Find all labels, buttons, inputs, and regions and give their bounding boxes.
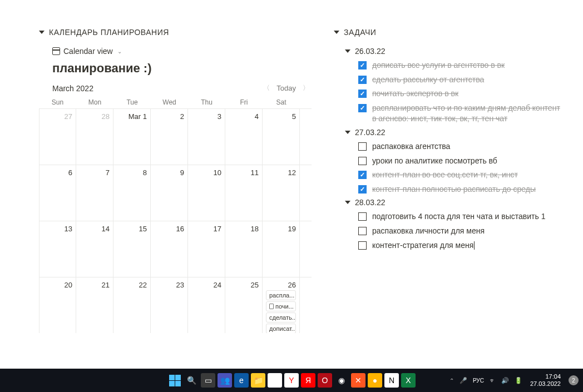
day-cell[interactable]: 22 [113, 277, 151, 333]
prev-month-button[interactable]: 〈 [263, 83, 270, 93]
taskbar-app-excel[interactable]: X [401, 373, 416, 388]
taskbar-app-edge[interactable]: e [234, 373, 249, 388]
task-checkbox[interactable] [358, 212, 367, 221]
event-chip[interactable]: дописат... [266, 324, 296, 333]
task-checkbox[interactable]: ✓ [358, 76, 367, 84]
day-cell[interactable]: 21 [76, 277, 113, 333]
calendar-section-toggle[interactable]: КАЛЕНДАРЬ ПЛАНИРОВАНИЯ [39, 28, 312, 37]
task-text[interactable]: распаковка личности для меня [372, 226, 485, 237]
day-cell[interactable]: 11 [225, 165, 263, 221]
date-toggle[interactable]: 27.03.22 [345, 128, 561, 137]
taskbar-app-app[interactable]: ● [368, 373, 382, 388]
day-cell[interactable]: 16 [151, 221, 188, 277]
taskbar-app-yandex[interactable]: Y [284, 373, 299, 388]
event-chip[interactable]: распла... [266, 290, 296, 300]
task-text[interactable]: почитать экспертов в вк [372, 88, 458, 100]
day-cell[interactable]: 18 [225, 221, 263, 277]
day-number: 12 [266, 168, 296, 177]
taskbar-app-chrome[interactable]: ◉ [334, 373, 349, 388]
day-cell[interactable]: 7 [76, 165, 113, 221]
taskbar-app-yandex2[interactable]: Я [301, 373, 315, 388]
task-text[interactable]: уроки по аналитике посмотреть вб [372, 156, 497, 167]
wifi-icon[interactable]: ᯤ [490, 377, 496, 384]
language-indicator[interactable]: РУС [473, 378, 484, 384]
day-cell[interactable]: 17 [188, 221, 225, 277]
day-cell[interactable]: Mar 1 [113, 109, 151, 165]
taskbar-app-teams[interactable]: 👥 [218, 373, 232, 388]
day-cell[interactable]: 26распла...почи...сделать...дописат... [263, 277, 300, 333]
day-cell[interactable]: 8 [113, 165, 151, 221]
task-checkbox[interactable]: ✓ [358, 90, 367, 98]
taskbar-app-store[interactable]: 🛍 [268, 373, 282, 388]
calendar-title: планирование :) [52, 61, 312, 76]
clock[interactable]: 17:04 27.03.2022 [530, 373, 561, 388]
mic-icon[interactable]: 🎤 [460, 377, 467, 384]
day-cell[interactable]: 5 [263, 109, 300, 165]
taskbar-app-x[interactable]: ✕ [351, 373, 365, 388]
day-cell[interactable]: 28 [76, 109, 113, 165]
task-text[interactable]: контент-стратегия для меня [372, 240, 475, 251]
task-text[interactable]: подготовить 4 поста для тен чата и выста… [372, 211, 545, 222]
day-cell[interactable]: 3 [188, 109, 225, 165]
day-cell[interactable]: 13 [39, 221, 76, 277]
day-cell[interactable]: 12 [263, 165, 300, 221]
today-button[interactable]: Today [276, 84, 296, 92]
task-item: контент-стратегия для меня [358, 240, 561, 251]
day-cell[interactable]: 9 [151, 165, 188, 221]
task-checkbox[interactable] [358, 157, 367, 165]
day-number: 11 [229, 168, 259, 177]
tasks-section-toggle[interactable]: ЗАДАЧИ [334, 28, 561, 37]
view-label: Calendar view [63, 47, 113, 56]
day-cell[interactable]: 25 [225, 277, 263, 333]
taskbar-app-search[interactable]: 🔍 [184, 373, 199, 388]
day-cell[interactable]: 4 [225, 109, 263, 165]
day-number: 4 [229, 112, 259, 121]
event-chip[interactable]: почи... [266, 301, 296, 311]
event-label: почи... [275, 303, 294, 310]
task-item: распаковка агентства [358, 141, 561, 152]
battery-icon[interactable]: 🔋 [515, 377, 522, 384]
day-cell[interactable]: 14 [76, 221, 113, 277]
taskbar-app-opera[interactable]: O [318, 373, 332, 388]
task-checkbox[interactable] [358, 142, 367, 151]
task-text[interactable]: распланировать что и по каким дням делаб… [372, 103, 561, 125]
date-toggle[interactable]: 28.03.22 [345, 198, 561, 207]
day-cell[interactable]: 2 [151, 109, 188, 165]
day-cell[interactable]: 15 [113, 221, 151, 277]
volume-icon[interactable]: 🔊 [501, 377, 509, 384]
task-text[interactable]: дописать все услуги в агентство в вк [372, 60, 505, 71]
task-checkbox[interactable]: ✓ [358, 171, 367, 179]
taskbar-app-taskview[interactable]: ▭ [201, 373, 215, 388]
task-checkbox[interactable] [358, 227, 367, 235]
day-cell[interactable]: 24 [188, 277, 225, 333]
day-number: 17 [191, 225, 221, 233]
event-chip[interactable]: сделать... [266, 312, 296, 322]
day-cell[interactable]: 23 [151, 277, 188, 333]
taskbar-app-explorer[interactable]: 📁 [251, 373, 265, 388]
day-cell[interactable]: 10 [188, 165, 225, 221]
task-text[interactable]: сделать рассылку от агентства [372, 75, 484, 86]
day-cell[interactable]: 6 [39, 165, 76, 221]
day-cell[interactable]: 27 [39, 109, 76, 165]
taskbar-app-notion[interactable]: N [384, 373, 399, 388]
calendar-icon [52, 47, 60, 55]
next-month-button[interactable]: 〉 [303, 83, 309, 93]
task-checkbox[interactable]: ✓ [358, 104, 367, 112]
task-checkbox[interactable]: ✓ [358, 185, 367, 193]
day-cell[interactable]: 19 [263, 221, 300, 277]
tray-expand-icon[interactable]: ⌃ [449, 378, 454, 384]
task-text[interactable]: контент-план во все соц.сети тг, вк, инс… [372, 170, 518, 181]
task-text[interactable]: контент-план полностью расписать до сред… [372, 184, 536, 195]
notification-badge[interactable]: 2 [569, 375, 579, 385]
date-toggle[interactable]: 26.03.22 [345, 47, 561, 56]
taskbar-app-start[interactable] [167, 373, 182, 388]
task-checkbox[interactable] [358, 241, 367, 250]
view-selector[interactable]: Calendar view ⌄ [52, 47, 312, 56]
task-checkbox[interactable]: ✓ [358, 61, 367, 70]
day-number: 14 [80, 225, 110, 233]
day-number: 6 [43, 168, 72, 177]
day-cell[interactable]: 20 [39, 277, 76, 333]
task-text[interactable]: распаковка агентства [372, 141, 450, 152]
check-icon: ✓ [360, 186, 365, 192]
day-number: 27 [43, 112, 72, 121]
